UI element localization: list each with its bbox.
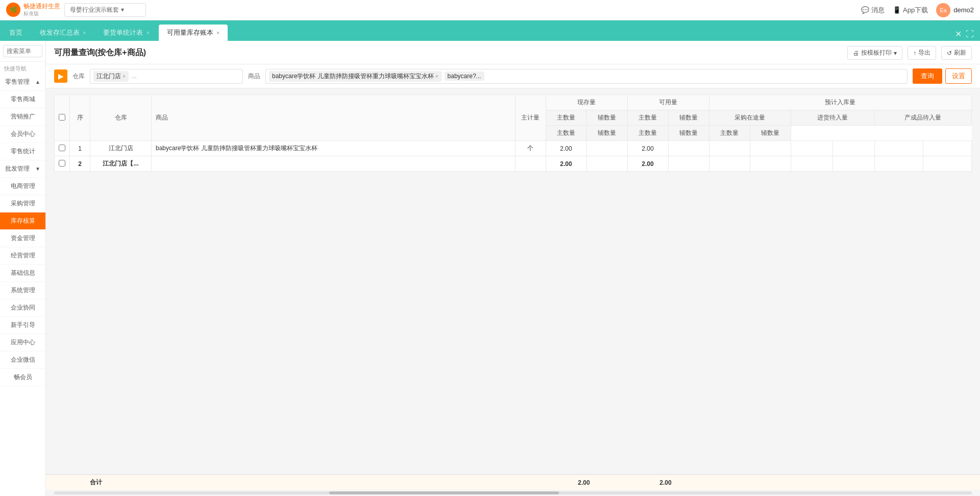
sidebar-item-basic-info[interactable]: 基础信息 [0,265,45,282]
total-pur-transit-sub [768,478,808,487]
sidebar-item-operations[interactable]: 经营管理 [0,247,45,265]
sidebar-enterprise-collab-label: 企业协同 [11,303,35,312]
row1-checkbox[interactable] [55,141,70,156]
sidebar-item-retail-mall[interactable]: 零售商城 [0,91,45,108]
product-tag1-remove[interactable]: × [435,74,438,79]
row1-check[interactable] [59,145,65,151]
sidebar-item-vip-member[interactable]: 畅会员 [0,369,45,386]
app-name: 畅捷通好生意 [23,3,60,10]
total-avail-main: 2.00 [645,478,686,487]
col-checkbox-header[interactable] [55,95,70,141]
total-fin-pend-main [890,478,931,487]
setting-button[interactable]: 设置 [945,68,972,84]
sidebar-retail-stats-label: 零售统计 [11,147,35,156]
horizontal-scrollbar[interactable] [46,490,980,496]
total-row: 合计 2.00 2.00 [46,474,980,490]
warehouse-tag-remove[interactable]: × [122,74,126,79]
sidebar-item-retail-stats[interactable]: 零售统计 [0,143,45,160]
sidebar-item-finance[interactable]: 资金管理 [0,230,45,247]
user-area[interactable]: Ea demo2 [936,3,974,17]
sidebar-system-label: 系统管理 [11,286,35,295]
page-header: 可用量查询(按仓库+商品) 🖨 按模板打印 ▾ ↑ 导出 ↺ 刷新 [46,41,980,64]
total-col-unit [533,478,564,487]
col-avail-sub-header: 辅数量 [668,110,709,126]
row2-goods-pend-main [791,156,832,172]
sidebar-retail-mgmt-label: 零售管理 [5,78,30,86]
product-filter-input[interactable]: babycare学饮杯 儿童防摔防撞吸管杯重力球吸嘴杯宝宝水杯 × babyca… [265,69,908,84]
row2-pur-transit-sub [750,156,791,172]
product-tag2-text: babycare?... [448,73,481,80]
tab-available-stock[interactable]: 可用量库存账本 × [159,25,228,41]
warehouse-tag: 江北门店 × [93,71,129,82]
sidebar-item-enterprise-wechat[interactable]: 企业微信 [0,351,45,369]
template-print-button[interactable]: 🖨 按模板打印 ▾ [847,46,902,60]
total-avail-sub [686,478,727,487]
sidebar-item-wholesale-mgmt[interactable]: 批发管理 ▼ [0,160,45,178]
tab-available-stock-close[interactable]: × [216,30,219,36]
sidebar-ecommerce-label: 电商管理 [11,182,35,191]
refresh-button[interactable]: ↺ 刷新 [941,46,972,60]
col-pur-transit-main-header: 主数量 [546,126,586,141]
total-col-num [69,478,90,487]
sidebar-item-app-center[interactable]: 应用中心 [0,334,45,351]
tab-receivable[interactable]: 收发存汇总表 × [32,25,94,41]
warehouse-more-indicator: ... [132,73,137,80]
row1-avail-sub [668,141,709,156]
tab-bar-right: ✕ ⛶ [955,29,980,41]
select-all-checkbox[interactable] [59,114,65,121]
sidebar-item-inventory[interactable]: 库存核算 [0,212,45,230]
row2-goods-pend-sub [832,156,874,172]
sidebar-item-member-center[interactable]: 会员中心 [0,126,45,143]
row2-product [152,156,516,172]
tab-order-stat-close[interactable]: × [146,30,149,36]
chevron-down-icon: ▾ [894,50,897,57]
row2-fin-pend-main [874,156,923,172]
row2-fin-pend-sub [923,156,971,172]
search-input[interactable] [3,45,42,57]
chevron-down-icon: ▼ [35,166,40,172]
tab-order-stat-label: 要货单统计表 [103,28,143,37]
sidebar-inventory-label: 库存核算 [11,217,35,225]
query-button[interactable]: 查询 [913,68,942,84]
tab-available-stock-label: 可用量库存账本 [167,28,213,37]
tab-home[interactable]: 首页 [1,25,31,41]
row2-check[interactable] [59,160,65,167]
sidebar-nav-label: 快捷导航 [0,62,45,74]
col-goods-pend-sub-header: 辅数量 [668,126,709,141]
total-goods-pend-main [808,478,849,487]
col-current-stock-header: 现存量 [546,95,627,110]
sidebar-item-retail-mgmt[interactable]: 零售管理 ▲ [0,74,45,91]
filter-toggle-button[interactable]: ▶ [54,69,67,83]
row1-goods-pend-main [791,141,832,156]
col-goods-pending-header: 进货待入量 [791,110,874,126]
row2-unit [515,156,546,172]
total-stock-main: 2.00 [564,478,604,487]
scrollbar-thumb[interactable] [329,491,559,494]
tab-bar: 首页 收发存汇总表 × 要货单统计表 × 可用量库存账本 × ✕ ⛶ [0,20,980,41]
sidebar-item-purchase-mgmt[interactable]: 采购管理 [0,195,45,212]
row1-pur-transit-main [709,141,750,156]
sidebar-item-enterprise-collab[interactable]: 企业协同 [0,299,45,317]
sidebar-item-new-guide[interactable]: 新手引导 [0,317,45,334]
fullscreen-icon[interactable]: ⛶ [966,30,974,39]
close-all-tabs-icon[interactable]: ✕ [955,29,962,39]
row2-warehouse: 江北门店【... [90,156,152,172]
warehouse-filter-input[interactable]: 江北门店 × ... [90,69,243,84]
row2-checkbox[interactable] [55,156,70,172]
app-download-button[interactable]: 📱 App下载 [893,6,928,15]
tab-receivable-close[interactable]: × [83,30,86,36]
sidebar-marketing-label: 营销推广 [11,112,35,121]
message-button[interactable]: 💬 消息 [861,6,885,15]
col-stock-main-header: 主数量 [546,110,586,126]
sidebar-item-marketing[interactable]: 营销推广 [0,108,45,126]
template-print-label: 按模板打印 [861,49,892,57]
mobile-icon: 📱 [893,6,901,14]
table-row: 1 江北门店 babycare学饮杯 儿童防摔防撞吸管杯重力球吸嘴杯宝宝水杯 个… [55,141,972,156]
export-button[interactable]: ↑ 导出 [908,46,936,60]
industry-selector[interactable]: 母婴行业演示账套 ▾ [64,3,146,17]
sidebar-item-system-mgmt[interactable]: 系统管理 [0,282,45,299]
sidebar-item-ecommerce[interactable]: 电商管理 [0,178,45,195]
industry-label: 母婴行业演示账套 [70,6,119,14]
logo-icon: 🌿 [6,3,20,17]
tab-order-stat[interactable]: 要货单统计表 × [95,25,157,41]
